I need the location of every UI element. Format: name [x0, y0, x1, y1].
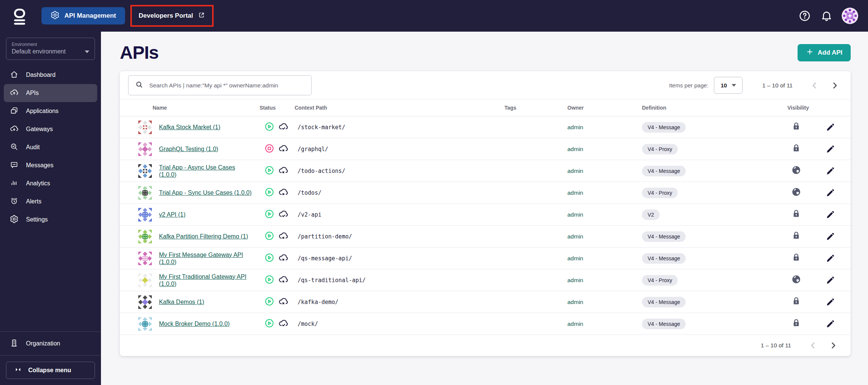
developers-portal-link[interactable]: Developers Portal [130, 5, 214, 27]
deployment-out-of-sync-icon [278, 165, 288, 177]
edit-api-button[interactable] [824, 317, 837, 331]
api-name-link[interactable]: Trial App - Async Use Cases(1.0.0) [159, 164, 235, 178]
environment-label: Environment [12, 42, 89, 47]
next-page-button[interactable] [827, 78, 842, 93]
organization-label: Organization [26, 340, 60, 347]
plus-icon [806, 48, 814, 58]
avatar[interactable] [842, 8, 858, 24]
bell-icon[interactable] [821, 10, 833, 22]
status-cell [260, 187, 295, 199]
sidebar-item-settings[interactable]: Settings [0, 211, 101, 229]
edit-api-button[interactable] [824, 142, 837, 156]
table-row: Kafka Stock Market (1)/stock-market/admi… [120, 116, 851, 138]
column-header-definition: Definition [642, 105, 787, 111]
api-name-link[interactable]: Mock Broker Demo (1.0.0) [159, 320, 230, 327]
definition-cell: V4 - Message [642, 253, 787, 264]
status-started-icon [264, 275, 274, 286]
sidebar-item-label: Settings [26, 216, 48, 223]
actions-cell [821, 142, 851, 156]
api-name-link[interactable]: v2 API (1) [159, 211, 185, 218]
definition-badge: V4 - Proxy [642, 275, 678, 286]
api-name-link[interactable]: My First Message Gateway API(1.0.0) [159, 251, 243, 266]
home-icon [10, 70, 18, 80]
api-management-label: API Management [64, 12, 116, 20]
context-path: /partition-demo/ [295, 233, 504, 240]
edit-api-button[interactable] [824, 186, 837, 200]
sidebar-item-analytics[interactable]: Analytics [0, 174, 101, 192]
search-input[interactable] [149, 82, 305, 89]
definition-cell: V4 - Proxy [642, 188, 787, 198]
add-api-button[interactable]: Add API [798, 44, 851, 61]
sidebar-item-apis[interactable]: APIs [4, 84, 97, 102]
environment-select[interactable]: Environment Default environment [6, 38, 95, 60]
sidebar-item-gateways[interactable]: Gateways [0, 120, 101, 138]
sidebar-item-applications[interactable]: Applications [0, 102, 101, 120]
collapse-menu-button[interactable]: Collapse menu [6, 362, 95, 379]
api-picture-icon [138, 163, 153, 179]
edit-api-button[interactable] [824, 208, 837, 222]
api-picture-icon [138, 207, 153, 222]
edit-api-button[interactable] [824, 295, 837, 309]
api-name-cell: Kafka Demos (1) [138, 292, 260, 312]
sidebar-item-dashboard[interactable]: Dashboard [0, 66, 101, 84]
api-management-button[interactable]: API Management [41, 7, 125, 24]
owner: admin [567, 299, 642, 306]
deployment-out-of-sync-icon [278, 296, 288, 308]
sidebar-item-messages[interactable]: Messages [0, 156, 101, 174]
api-name-link[interactable]: GraphQL Testing (1.0) [159, 145, 218, 153]
status-started-icon [264, 122, 274, 133]
column-header-context-path: Context Path [295, 105, 504, 111]
owner: admin [567, 211, 642, 218]
developers-portal-label: Developers Portal [139, 12, 193, 20]
edit-api-button[interactable] [824, 273, 837, 287]
edit-api-button[interactable] [824, 230, 837, 243]
actions-cell [821, 164, 851, 178]
items-per-page-value: 10 [721, 82, 727, 89]
api-name-link[interactable]: Kafka Partition Filtering Demo (1) [159, 233, 248, 240]
owner: admin [567, 124, 642, 131]
owner: admin [567, 233, 642, 240]
edit-api-button[interactable] [824, 121, 837, 134]
owner: admin [567, 189, 642, 196]
collapse-icon [15, 366, 21, 374]
previous-page-button-bottom[interactable] [805, 338, 821, 353]
definition-badge: V4 - Proxy [642, 188, 678, 198]
table-row: Trial App - Async Use Cases(1.0.0)/todo-… [120, 160, 851, 182]
api-name-link[interactable]: My First Traditional Gateway API(1.0.0) [159, 273, 246, 287]
visibility-globe-icon [787, 187, 821, 199]
sidebar-item-organization[interactable]: Organization [0, 332, 101, 355]
definition-cell: V4 - Message [642, 319, 787, 329]
api-name-link[interactable]: Trial App - Sync Use Cases (1.0.0) [159, 189, 252, 196]
api-name-cell: Trial App - Async Use Cases(1.0.0) [138, 161, 260, 181]
edit-api-button[interactable] [824, 252, 837, 265]
chevron-down-icon [85, 50, 89, 53]
api-name-cell: GraphQL Testing (1.0) [138, 139, 260, 159]
actions-cell [821, 230, 851, 243]
pagination-range: 1 – 10 of 11 [762, 82, 793, 89]
owner: admin [567, 146, 642, 153]
next-page-button-bottom[interactable] [826, 338, 841, 353]
api-picture-icon [138, 142, 153, 157]
status-cell [260, 144, 295, 155]
actions-cell [821, 208, 851, 222]
sidebar-item-alerts[interactable]: Alerts [0, 192, 101, 211]
sidebar: Environment Default environment Dashboar… [0, 32, 101, 385]
definition-badge: V4 - Message [642, 166, 686, 176]
cloud-download-icon [10, 124, 18, 134]
api-name-link[interactable]: Kafka Stock Market (1) [159, 124, 220, 131]
sidebar-item-audit[interactable]: Audit [0, 138, 101, 156]
api-name-link[interactable]: Kafka Demos (1) [159, 298, 204, 306]
apis-card: Items per page: 10 1 – 10 of 11 NameStat… [120, 71, 851, 356]
actions-cell [821, 121, 851, 134]
edit-api-button[interactable] [824, 164, 837, 178]
status-started-icon [264, 209, 274, 220]
api-picture-icon [138, 251, 153, 266]
building-icon [10, 339, 18, 349]
divider [0, 355, 101, 356]
context-path: /todo-actions/ [295, 168, 504, 174]
status-cell [260, 275, 295, 286]
items-per-page-select[interactable]: 10 [714, 77, 743, 94]
help-icon[interactable] [799, 10, 811, 22]
table-row: v2 API (1)/v2-apiadminV2 [120, 204, 851, 226]
previous-page-button[interactable] [807, 78, 822, 93]
